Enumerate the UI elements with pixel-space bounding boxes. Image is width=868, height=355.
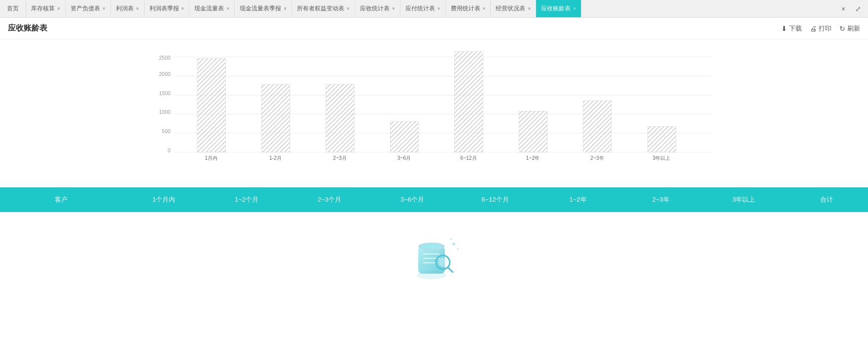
svg-text:1000: 1000 — [159, 109, 171, 115]
tab-profit-quarterly[interactable]: 利润表季报 × — [145, 0, 190, 18]
col-total: 合计 — [785, 195, 868, 204]
close-profit-icon[interactable]: × — [136, 6, 139, 11]
close-window-button[interactable]: × — [837, 3, 849, 15]
svg-point-32 — [422, 244, 441, 249]
tab-equity[interactable]: 所有者权益变动表 × — [292, 0, 355, 18]
close-equity-icon[interactable]: × — [347, 6, 350, 11]
table-header: 客户 1个月内 1~2个月 2~3个月 3~6个月 6~12个月 1~2年 2~… — [0, 187, 868, 212]
tab-operation[interactable]: 经营状况表 × — [491, 0, 536, 18]
tab-expense-stat[interactable]: 费用统计表 × — [446, 0, 491, 18]
bar-chart: 0 500 1000 1500 2000 2500 1月内 1-2月 2~3月 — [15, 49, 853, 168]
col-3-6m: 3~6个月 — [371, 195, 454, 204]
svg-text:0: 0 — [168, 148, 171, 153]
svg-text:1500: 1500 — [159, 91, 171, 96]
tab-receivable-stat[interactable]: 应收统计表 × — [355, 0, 400, 18]
main-content: 0 500 1000 1500 2000 2500 1月内 1-2月 2~3月 — [0, 39, 868, 355]
close-operation-icon[interactable]: × — [528, 6, 531, 11]
tab-profit-quarterly-label: 利润表季报 — [149, 4, 179, 13]
col-1m: 1个月内 — [122, 195, 205, 204]
tab-aging[interactable]: 应收账龄表 × — [536, 0, 581, 18]
tab-cashflow[interactable]: 现金流量表 × — [189, 0, 235, 18]
tab-inventory-label: 库存核算 — [31, 4, 55, 13]
close-cashflow-icon[interactable]: × — [226, 6, 229, 11]
download-button[interactable]: ⬇ 下载 — [781, 24, 802, 33]
tab-cashflow-quarterly[interactable]: 现金流量表季报 × — [235, 0, 292, 18]
refresh-icon: ↻ — [839, 25, 845, 33]
tab-controls: × ⤢ — [833, 3, 868, 15]
header-actions: ⬇ 下载 🖨 打印 ↻ 刷新 — [781, 24, 860, 33]
svg-text:1月内: 1月内 — [205, 155, 217, 161]
close-receivable-stat-icon[interactable]: × — [392, 6, 395, 11]
tab-bar: 首页 库存核算 × 资产负债表 × 利润表 × 利润表季报 × 现金流量表 × … — [0, 0, 868, 18]
col-3y-plus: 3年以上 — [702, 195, 785, 204]
tab-expense-stat-label: 费用统计表 — [451, 4, 480, 13]
close-payable-stat-icon[interactable]: × — [437, 6, 440, 11]
col-2-3m: 2~3个月 — [288, 195, 371, 204]
tab-aging-label: 应收账龄表 — [541, 4, 571, 13]
table-body — [0, 212, 868, 355]
close-cashflow-quarterly-icon[interactable]: × — [284, 6, 287, 11]
col-2-3y: 2~3年 — [619, 195, 702, 204]
print-icon: 🖨 — [810, 25, 817, 33]
svg-rect-21 — [455, 51, 483, 152]
print-button[interactable]: 🖨 打印 — [810, 24, 832, 33]
col-1-2m: 1~2个月 — [205, 195, 288, 204]
svg-point-39 — [452, 243, 455, 246]
col-6-12m: 6~12个月 — [454, 195, 537, 204]
svg-point-40 — [457, 248, 459, 250]
tab-payable-stat-label: 应付统计表 — [405, 4, 435, 13]
tab-receivable-stat-label: 应收统计表 — [360, 4, 390, 13]
svg-rect-25 — [583, 101, 612, 152]
col-1-2y: 1~2年 — [537, 195, 619, 204]
tab-equity-label: 所有者权益变动表 — [297, 4, 344, 13]
svg-text:2~3年: 2~3年 — [590, 155, 604, 161]
svg-rect-15 — [261, 84, 289, 152]
svg-text:2000: 2000 — [159, 71, 171, 77]
svg-point-37 — [438, 258, 447, 267]
print-label: 打印 — [819, 24, 832, 33]
tab-operation-label: 经营状况表 — [496, 4, 525, 13]
close-aging-icon[interactable]: × — [573, 6, 576, 11]
tab-home[interactable]: 首页 — [0, 0, 26, 18]
chart-area: 0 500 1000 1500 2000 2500 1月内 1-2月 2~3月 — [0, 39, 868, 187]
empty-state-icon — [404, 232, 464, 281]
svg-rect-27 — [648, 127, 676, 152]
close-inventory-icon[interactable]: × — [57, 6, 60, 11]
empty-illustration — [404, 232, 464, 281]
svg-text:500: 500 — [162, 129, 171, 134]
svg-text:2~3月: 2~3月 — [333, 155, 347, 161]
svg-text:3年以上: 3年以上 — [652, 155, 670, 161]
tab-profit[interactable]: 利润表 × — [111, 0, 145, 18]
refresh-button[interactable]: ↻ 刷新 — [839, 24, 860, 33]
svg-text:1-2月: 1-2月 — [269, 155, 282, 161]
svg-text:6~12月: 6~12月 — [460, 155, 476, 161]
col-customer: 客户 — [0, 195, 122, 204]
svg-line-38 — [448, 267, 453, 272]
download-icon: ⬇ — [781, 25, 787, 33]
tab-cashflow-label: 现金流量表 — [194, 4, 224, 13]
svg-rect-17 — [326, 84, 354, 152]
svg-text:3~6月: 3~6月 — [398, 155, 411, 161]
tab-balance-sheet-label: 资产负债表 — [71, 4, 100, 13]
svg-point-41 — [450, 238, 452, 240]
tab-inventory[interactable]: 库存核算 × — [26, 0, 66, 18]
tab-profit-label: 利润表 — [116, 4, 134, 13]
close-balance-sheet-icon[interactable]: × — [103, 6, 106, 11]
svg-rect-23 — [519, 111, 547, 152]
svg-rect-19 — [390, 121, 418, 152]
tab-cashflow-quarterly-label: 现金流量表季报 — [240, 4, 281, 13]
tab-balance-sheet[interactable]: 资产负债表 × — [66, 0, 111, 18]
close-profit-quarterly-icon[interactable]: × — [181, 6, 184, 11]
page-title: 应收账龄表 — [8, 23, 47, 34]
tab-home-label: 首页 — [7, 4, 19, 13]
close-expense-stat-icon[interactable]: × — [483, 6, 486, 11]
download-label: 下载 — [789, 24, 802, 33]
maximize-window-button[interactable]: ⤢ — [852, 3, 864, 15]
svg-text:1~2年: 1~2年 — [526, 155, 540, 161]
tab-payable-stat[interactable]: 应付统计表 × — [400, 0, 446, 18]
refresh-label: 刷新 — [847, 24, 860, 33]
svg-text:2500: 2500 — [159, 55, 171, 61]
svg-rect-13 — [197, 59, 225, 152]
page-header: 应收账龄表 ⬇ 下载 🖨 打印 ↻ 刷新 — [0, 18, 868, 39]
